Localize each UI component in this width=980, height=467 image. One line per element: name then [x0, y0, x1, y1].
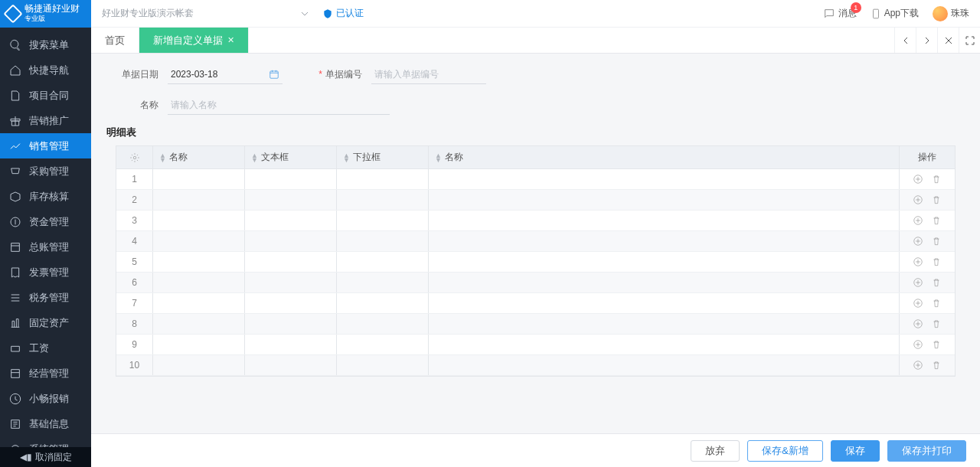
- table-row[interactable]: 8: [116, 314, 955, 335]
- col-select[interactable]: ▲▼下拉框: [337, 146, 429, 168]
- table-row[interactable]: 2: [116, 190, 955, 211]
- delete-icon[interactable]: [931, 236, 942, 247]
- cell-name2[interactable]: [429, 190, 900, 210]
- cell-select[interactable]: [337, 314, 429, 334]
- cell-name2[interactable]: [429, 355, 900, 375]
- nav-item-6[interactable]: 库存核算: [0, 184, 91, 209]
- delete-icon[interactable]: [931, 194, 942, 205]
- name-input[interactable]: [168, 95, 390, 115]
- cell-name1[interactable]: [153, 169, 245, 189]
- cell-name1[interactable]: [153, 335, 245, 354]
- cell-name1[interactable]: [153, 190, 245, 210]
- cell-select[interactable]: [337, 355, 429, 375]
- table-row[interactable]: 6: [116, 273, 955, 293]
- add-icon[interactable]: [913, 360, 923, 371]
- cell-name2[interactable]: [429, 169, 900, 189]
- pin-toggle[interactable]: ◀▮ 取消固定: [0, 447, 91, 467]
- col-gear[interactable]: [116, 146, 153, 168]
- messages-button[interactable]: 消息 1: [823, 7, 857, 20]
- nav-item-11[interactable]: 固定资产: [0, 310, 91, 335]
- workspace-select[interactable]: 好业财专业版演示帐套: [102, 7, 309, 20]
- cell-name2[interactable]: [429, 335, 900, 354]
- nav-item-12[interactable]: 工资: [0, 335, 91, 361]
- tab-prev[interactable]: [894, 28, 916, 53]
- table-row[interactable]: 4: [116, 231, 955, 252]
- tab-close-all[interactable]: [937, 28, 959, 53]
- delete-icon[interactable]: [931, 298, 942, 309]
- cell-select[interactable]: [337, 190, 429, 210]
- user-menu[interactable]: 珠珠: [933, 6, 969, 21]
- save-button[interactable]: 保存: [831, 440, 880, 462]
- cell-name2[interactable]: [429, 231, 900, 251]
- cell-select[interactable]: [337, 211, 429, 230]
- cell-text[interactable]: [245, 335, 337, 354]
- date-input[interactable]: [168, 64, 283, 84]
- cell-text[interactable]: [245, 314, 337, 334]
- fullscreen-button[interactable]: [959, 28, 980, 53]
- cell-name1[interactable]: [153, 273, 245, 292]
- cell-text[interactable]: [245, 355, 337, 375]
- cell-text[interactable]: [245, 252, 337, 272]
- no-input[interactable]: [371, 64, 486, 84]
- tab-next[interactable]: [916, 28, 937, 53]
- add-icon[interactable]: [913, 277, 923, 288]
- cell-text[interactable]: [245, 190, 337, 210]
- cell-name1[interactable]: [153, 231, 245, 251]
- cell-name2[interactable]: [429, 252, 900, 272]
- nav-item-15[interactable]: 基础信息: [0, 411, 91, 436]
- cell-select[interactable]: [337, 335, 429, 354]
- delete-icon[interactable]: [931, 339, 942, 350]
- add-icon[interactable]: [913, 194, 923, 205]
- close-icon[interactable]: ✕: [227, 35, 234, 45]
- delete-icon[interactable]: [931, 215, 942, 226]
- cell-name1[interactable]: [153, 211, 245, 230]
- nav-item-4[interactable]: 销售管理: [0, 133, 91, 158]
- tab-0[interactable]: 首页: [91, 28, 139, 53]
- nav-item-0[interactable]: 搜索菜单: [0, 32, 91, 57]
- nav-item-5[interactable]: 采购管理: [0, 158, 91, 184]
- cell-text[interactable]: [245, 293, 337, 313]
- cell-text[interactable]: [245, 273, 337, 292]
- delete-icon[interactable]: [931, 256, 942, 267]
- cell-select[interactable]: [337, 293, 429, 313]
- nav-item-8[interactable]: 总账管理: [0, 234, 91, 260]
- cell-name2[interactable]: [429, 314, 900, 334]
- cell-name1[interactable]: [153, 252, 245, 272]
- save-print-button[interactable]: 保存并打印: [887, 440, 966, 462]
- add-icon[interactable]: [913, 339, 923, 350]
- delete-icon[interactable]: [931, 318, 942, 329]
- cell-name2[interactable]: [429, 273, 900, 292]
- cell-text[interactable]: [245, 211, 337, 230]
- cell-select[interactable]: [337, 231, 429, 251]
- table-row[interactable]: 9: [116, 335, 955, 355]
- cell-select[interactable]: [337, 169, 429, 189]
- nav-item-13[interactable]: 经营管理: [0, 361, 91, 386]
- nav-item-10[interactable]: 税务管理: [0, 285, 91, 310]
- nav-item-14[interactable]: 小畅报销: [0, 386, 91, 411]
- nav-item-7[interactable]: 资金管理: [0, 209, 91, 234]
- save-new-button[interactable]: 保存&新增: [747, 440, 823, 462]
- tab-1[interactable]: 新增自定义单据✕: [139, 28, 249, 53]
- col-name1[interactable]: ▲▼名称: [153, 146, 245, 168]
- table-row[interactable]: 3: [116, 211, 955, 231]
- cell-name1[interactable]: [153, 314, 245, 334]
- add-icon[interactable]: [913, 256, 923, 267]
- cell-text[interactable]: [245, 231, 337, 251]
- discard-button[interactable]: 放弃: [691, 440, 740, 462]
- nav-item-2[interactable]: 项目合同: [0, 83, 91, 108]
- add-icon[interactable]: [913, 215, 923, 226]
- add-icon[interactable]: [913, 298, 923, 309]
- nav-item-1[interactable]: 快捷导航: [0, 57, 91, 83]
- cell-text[interactable]: [245, 169, 337, 189]
- add-icon[interactable]: [913, 174, 923, 185]
- table-row[interactable]: 7: [116, 293, 955, 314]
- cell-select[interactable]: [337, 252, 429, 272]
- delete-icon[interactable]: [931, 174, 942, 185]
- table-row[interactable]: 5: [116, 252, 955, 273]
- add-icon[interactable]: [913, 318, 923, 329]
- delete-icon[interactable]: [931, 277, 942, 288]
- nav-item-3[interactable]: 营销推广: [0, 108, 91, 133]
- cell-name2[interactable]: [429, 211, 900, 230]
- add-icon[interactable]: [913, 236, 923, 247]
- col-name2[interactable]: ▲▼名称: [429, 146, 900, 168]
